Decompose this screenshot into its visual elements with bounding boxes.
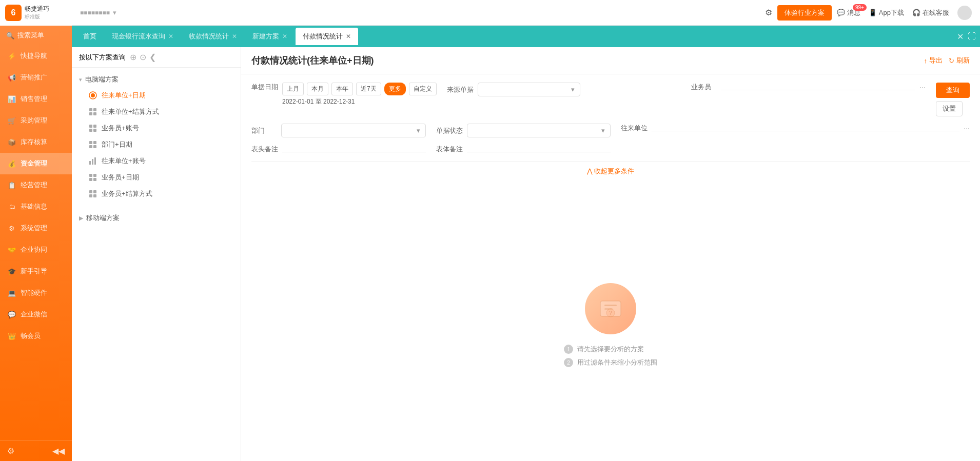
user-avatar[interactable]: [957, 6, 972, 20]
salesman-more-icon[interactable]: ···: [919, 83, 926, 91]
date-btn-custom[interactable]: 自定义: [409, 83, 437, 95]
add-scheme-icon[interactable]: ⊕: [130, 52, 136, 62]
tab-receipt-stats[interactable]: 收款情况统计 ✕: [182, 28, 244, 45]
left-panel-actions: ⊕ ⊙ ❮: [130, 52, 156, 62]
breadcrumb: ■■■■■■■■ ▾: [80, 9, 760, 16]
date-btn-last-7days[interactable]: 近7天: [356, 83, 381, 95]
collapse-label: 收起更多条件: [594, 167, 634, 175]
export-icon: ↑: [924, 57, 928, 65]
messages-action[interactable]: 💬 消息 99+: [837, 8, 860, 17]
sidebar-item-hardware[interactable]: 💻 智能硬件: [0, 282, 72, 304]
sidebar-item-guide[interactable]: 🎓 新手引导: [0, 260, 72, 282]
tab-receipt-stats-close[interactable]: ✕: [232, 33, 237, 40]
export-btn[interactable]: ↑ 导出: [924, 56, 943, 65]
empty-state: ? 1 请先选择要分析的方案 2 用过滤条件来缩小分析范围: [241, 189, 980, 461]
svg-rect-20: [93, 178, 96, 181]
salesman-input-line[interactable]: [721, 85, 915, 90]
dept-arrow-icon: ▾: [417, 127, 420, 134]
desktop-scheme-header[interactable]: ▾ 电脑端方案: [72, 72, 241, 87]
sidebar-item-operation-label: 经营管理: [21, 181, 47, 190]
doc-status-select[interactable]: ▾: [467, 124, 611, 137]
empty-hint-1: 1 请先选择要分析的方案: [564, 345, 657, 354]
online-service-label: 在线客服: [923, 8, 949, 17]
dept-select[interactable]: ▾: [281, 124, 426, 137]
settings-small-btn[interactable]: 设置: [936, 101, 963, 116]
scheme-grid-icon-4: [88, 173, 97, 182]
tab-home[interactable]: 首页: [76, 28, 104, 45]
scheme-settings-icon[interactable]: ⊙: [140, 52, 146, 62]
sidebar-item-wechat-label: 企业微信: [21, 310, 47, 319]
sidebar-item-wechat[interactable]: 💬 企业微信: [0, 304, 72, 325]
scheme-dept-date[interactable]: 部门+日期: [72, 136, 241, 153]
experience-btn[interactable]: 体验行业方案: [777, 5, 832, 21]
sidebar-item-inventory-label: 库存核算: [21, 137, 47, 147]
header-note-input[interactable]: [282, 147, 426, 152]
sidebar-item-member[interactable]: 👑 畅会员: [0, 325, 72, 347]
sidebar-item-basic[interactable]: 🗂 基础信息: [0, 196, 72, 217]
operation-icon: 📋: [7, 181, 16, 190]
svg-rect-23: [89, 194, 92, 197]
date-btn-this-month[interactable]: 本月: [307, 83, 328, 95]
logo-icon: 6: [5, 5, 22, 21]
scheme-salesman-settlement[interactable]: 业务员+结算方式: [72, 186, 241, 202]
sidebar-item-system[interactable]: ⚙ 系统管理: [0, 217, 72, 239]
date-btn-this-year[interactable]: 本年: [331, 83, 353, 95]
tab-expand-icon[interactable]: ⛶: [968, 32, 976, 41]
counterpart-more-icon[interactable]: ···: [964, 124, 970, 132]
tab-payment-stats-close[interactable]: ✕: [346, 33, 351, 40]
svg-rect-18: [93, 174, 96, 177]
svg-point-1: [91, 93, 95, 97]
scheme-counterpart-date-label: 往来单位+日期: [102, 91, 146, 100]
logo-area: 6 畅捷通巧 标准版: [0, 0, 72, 26]
svg-rect-17: [89, 174, 92, 177]
sidebar-item-sales[interactable]: 📊 销售管理: [0, 88, 72, 110]
hardware-icon: 💻: [7, 288, 16, 297]
sidebar: 6 畅捷通巧 标准版 🔍 搜索菜单 ⚡ 快捷导航 📢 营销推广 📊 销售管理 🛒…: [0, 0, 72, 461]
breadcrumb-dropdown[interactable]: ▾: [113, 9, 116, 16]
settings-footer-icon[interactable]: ⚙: [7, 446, 14, 456]
tab-new-scheme-close[interactable]: ✕: [282, 33, 287, 40]
scheme-salesman-account[interactable]: 业务员+账号: [72, 120, 241, 136]
scheme-counterpart-settlement[interactable]: 往来单位+结算方式: [72, 104, 241, 120]
counterpart-input-line[interactable]: [652, 126, 959, 131]
sales-icon: 📊: [7, 94, 16, 104]
tab-bank-flow[interactable]: 现金银行流水查询 ✕: [105, 28, 181, 45]
query-btn[interactable]: 查询: [936, 83, 970, 98]
collapse-panel-icon[interactable]: ❮: [149, 52, 156, 62]
tab-close-all-icon[interactable]: ✕: [957, 32, 964, 42]
svg-rect-9: [93, 129, 96, 132]
scheme-counterpart-date[interactable]: 往来单位+日期: [72, 87, 241, 104]
sidebar-item-quick-nav[interactable]: ⚡ 快捷导航: [0, 45, 72, 67]
filter-doc-status-item: 单据状态 ▾: [436, 124, 611, 137]
desktop-scheme-section: ▾ 电脑端方案 往来单位+日期 往来单位+结算方式: [72, 68, 241, 206]
scheme-counterpart-account[interactable]: 往来单位+账号: [72, 153, 241, 169]
mobile-scheme-label: 移动端方案: [86, 213, 120, 223]
sidebar-item-capital[interactable]: 💰 资金管理: [0, 153, 72, 174]
scheme-salesman-date[interactable]: 业务员+日期: [72, 169, 241, 186]
filter-header-note-item: 表头备注: [251, 145, 426, 154]
source-doc-select[interactable]: ▾: [478, 83, 580, 96]
sidebar-item-operation[interactable]: 📋 经营管理: [0, 174, 72, 196]
svg-rect-22: [93, 190, 96, 193]
collapse-sidebar-icon[interactable]: ◀◀: [52, 446, 65, 456]
sidebar-item-cooperation[interactable]: 🤝 企业协同: [0, 239, 72, 260]
date-btn-last-month[interactable]: 上月: [282, 83, 304, 95]
collapse-more-conditions-bar[interactable]: ⋀ 收起更多条件: [251, 161, 970, 181]
tab-new-scheme[interactable]: 新建方案 ✕: [245, 28, 295, 45]
date-btn-more[interactable]: 更多: [384, 83, 406, 95]
refresh-btn[interactable]: ↻ 刷新: [949, 56, 970, 65]
tab-bank-flow-close[interactable]: ✕: [168, 33, 173, 40]
refresh-icon: ↻: [949, 57, 954, 65]
app-edition: 标准版: [25, 13, 49, 21]
search-menu[interactable]: 🔍 搜索菜单: [0, 26, 72, 45]
app-download-action[interactable]: 📱 App下载: [869, 8, 904, 17]
sidebar-item-purchase[interactable]: 🛒 采购管理: [0, 110, 72, 131]
header-settings-icon[interactable]: ⚙: [765, 8, 772, 17]
mobile-scheme-header[interactable]: ▶ 移动端方案: [72, 210, 241, 226]
sidebar-item-inventory[interactable]: 📦 库存核算: [0, 131, 72, 153]
body-note-input[interactable]: [467, 147, 611, 152]
online-service-action[interactable]: 🎧 在线客服: [912, 8, 949, 17]
filter-body-note-label: 表体备注: [436, 145, 463, 154]
tab-payment-stats[interactable]: 付款情况统计 ✕: [296, 28, 358, 45]
sidebar-item-marketing[interactable]: 📢 营销推广: [0, 67, 72, 88]
